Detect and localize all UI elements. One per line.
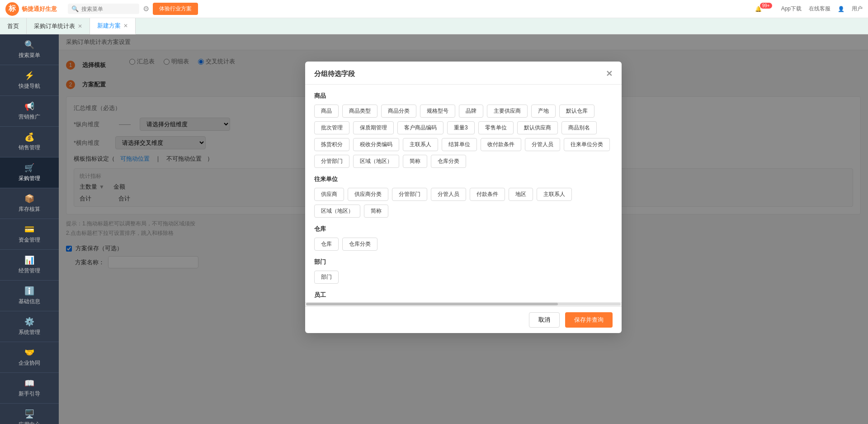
- hscrollbar-thumb[interactable]: [306, 303, 558, 305]
- sidebar-item-search[interactable]: 🔍 搜索菜单: [0, 34, 59, 65]
- section-dept-title: 部门: [314, 258, 613, 266]
- field-tag[interactable]: 规格型号: [420, 105, 455, 118]
- section-staff-title: 员工: [314, 291, 613, 299]
- field-tag[interactable]: 供应商: [314, 188, 344, 201]
- top-nav: 标 畅捷通好生意 🔍 ⚙ 体验行业方案 🔔99+ App下载 在线客服 👤 用户: [0, 0, 868, 18]
- tab-new-plan[interactable]: 新建方案 ✕: [90, 18, 136, 34]
- experience-btn[interactable]: 体验行业方案: [153, 3, 198, 15]
- field-tag[interactable]: 结算单位: [442, 138, 477, 151]
- field-tag[interactable]: 产地: [531, 105, 556, 118]
- finance-icon: 💳: [24, 224, 34, 234]
- sidebar-item-basics[interactable]: ℹ️ 基础信息: [0, 281, 59, 311]
- sidebar-item-sales[interactable]: 💰 销售管理: [0, 127, 59, 157]
- field-tag[interactable]: 税收分类编码: [353, 138, 399, 151]
- field-tag[interactable]: 往来单位分类: [564, 138, 610, 151]
- field-tag[interactable]: 默认供应商: [517, 121, 558, 134]
- field-tag[interactable]: 零售单位: [478, 121, 514, 134]
- field-tag[interactable]: 保质期管理: [353, 121, 394, 134]
- section-warehouse: 仓库 仓库 仓库分类: [314, 225, 613, 251]
- section-contacts-fields: 供应商 供应商分类 分管部门 分管人员 付款条件 地区 主联系人 区域（地区） …: [314, 188, 613, 218]
- notification-badge: 99+: [760, 3, 772, 9]
- section-dept: 部门 部门: [314, 258, 613, 284]
- sidebar-item-appcenter[interactable]: 🖥️ 应用中心: [0, 404, 59, 424]
- sidebar-item-quicknav[interactable]: ⚡ 快捷导航: [0, 65, 59, 96]
- field-tag[interactable]: 商品: [314, 105, 339, 118]
- field-tag[interactable]: 仓库: [314, 238, 339, 251]
- field-tag[interactable]: 简称: [403, 155, 427, 168]
- tab-bar: 首页 采购订单统计表 ✕ 新建方案 ✕: [0, 18, 868, 34]
- sidebar-item-system[interactable]: ⚙️ 系统管理: [0, 311, 59, 342]
- sidebar-guide-label: 新手引导: [19, 390, 40, 398]
- field-tag[interactable]: 重量3: [447, 121, 475, 134]
- nav-right: 🔔99+ App下载 在线客服 👤 用户: [755, 5, 863, 13]
- field-tag[interactable]: 批次管理: [314, 121, 349, 134]
- field-tag[interactable]: 区域（地区）: [353, 155, 399, 168]
- modal-hscrollbar: [305, 302, 622, 306]
- tab-new-plan-close[interactable]: ✕: [123, 23, 128, 29]
- sidebar-item-cooperation[interactable]: 🤝 企业协同: [0, 342, 59, 373]
- hscrollbar-track: [306, 303, 621, 305]
- gear-icon[interactable]: ⚙: [143, 5, 149, 13]
- section-product-fields: 商品 商品类型 商品分类 规格型号 品牌 主要供应商 产地 默认仓库 批次管理 …: [314, 105, 613, 168]
- tab-purchase-stats-label: 采购订单统计表: [34, 22, 75, 30]
- field-tag[interactable]: 拣货积分: [314, 138, 349, 151]
- field-tag[interactable]: 部门: [314, 271, 339, 284]
- logo-area: 标 畅捷通好生意: [5, 2, 64, 16]
- online-service-link[interactable]: 在线客服: [809, 5, 830, 13]
- sidebar-item-operations[interactable]: 📊 经营管理: [0, 250, 59, 281]
- modal-confirm-btn[interactable]: 保存并查询: [565, 312, 613, 328]
- field-tag[interactable]: 分管部门: [392, 188, 427, 201]
- field-tag[interactable]: 分管人员: [431, 188, 466, 201]
- sidebar-item-purchase[interactable]: 🛒 采购管理: [0, 157, 59, 188]
- sidebar-marketing-label: 营销推广: [19, 113, 40, 121]
- field-tag[interactable]: 商品类型: [342, 105, 377, 118]
- field-tag[interactable]: 主联系人: [537, 188, 572, 201]
- user-name: 用户: [852, 5, 863, 13]
- user-avatar[interactable]: 👤: [838, 6, 844, 12]
- field-tag[interactable]: 仓库分类: [342, 238, 377, 251]
- sidebar-item-guide[interactable]: 📖 新手引导: [0, 373, 59, 404]
- field-tag[interactable]: 商品别名: [561, 121, 597, 134]
- sidebar-operations-label: 经营管理: [19, 267, 40, 275]
- field-tag[interactable]: 默认仓库: [559, 105, 594, 118]
- notification-area[interactable]: 🔔99+: [755, 6, 774, 12]
- field-tag[interactable]: 区域（地区）: [314, 205, 360, 218]
- tab-purchase-stats-close[interactable]: ✕: [78, 23, 82, 29]
- field-tag[interactable]: 客户商品编码: [397, 121, 443, 134]
- search-bar[interactable]: 🔍: [68, 4, 139, 14]
- sidebar-inventory-label: 库存核算: [19, 205, 40, 213]
- modal-body: 商品 商品 商品类型 商品分类 规格型号 品牌 主要供应商 产地 默认仓库 批次…: [305, 85, 622, 302]
- sidebar-finance-label: 资金管理: [19, 236, 40, 244]
- search-input[interactable]: [81, 6, 136, 12]
- modal-close-btn[interactable]: ✕: [606, 69, 613, 79]
- field-tag[interactable]: 分管人员: [525, 138, 560, 151]
- field-tag[interactable]: 商品分类: [381, 105, 416, 118]
- field-tag[interactable]: 地区: [509, 188, 533, 201]
- field-tag[interactable]: 主联系人: [403, 138, 438, 151]
- field-tag[interactable]: 品牌: [459, 105, 483, 118]
- purchase-icon: 🛒: [24, 163, 34, 173]
- field-tag[interactable]: 收付款条件: [481, 138, 521, 151]
- field-tag[interactable]: 主要供应商: [487, 105, 528, 118]
- tab-purchase-stats[interactable]: 采购订单统计表 ✕: [27, 18, 90, 34]
- sidebar-quicknav-label: 快捷导航: [19, 82, 40, 90]
- app-download-link[interactable]: App下载: [781, 5, 802, 13]
- field-tag[interactable]: 简称: [364, 205, 388, 218]
- field-tag[interactable]: 供应商分类: [348, 188, 388, 201]
- tab-home[interactable]: 首页: [0, 18, 27, 34]
- section-dept-fields: 部门: [314, 271, 613, 284]
- sidebar-sales-label: 销售管理: [19, 144, 40, 152]
- sidebar-search-label: 搜索菜单: [19, 52, 40, 59]
- field-tag[interactable]: 付款条件: [470, 188, 505, 201]
- section-product: 商品 商品 商品类型 商品分类 规格型号 品牌 主要供应商 产地 默认仓库 批次…: [314, 92, 613, 168]
- inventory-icon: 📦: [24, 194, 34, 204]
- field-tag[interactable]: 分管部门: [314, 155, 349, 168]
- sales-icon: 💰: [24, 132, 34, 142]
- section-product-title: 商品: [314, 92, 613, 100]
- sidebar-item-finance[interactable]: 💳 资金管理: [0, 219, 59, 250]
- sidebar-item-inventory[interactable]: 📦 库存核算: [0, 188, 59, 219]
- sidebar-item-marketing[interactable]: 📢 营销推广: [0, 96, 59, 127]
- modal-footer: 取消 保存并查询: [305, 306, 622, 333]
- modal-cancel-btn[interactable]: 取消: [529, 312, 560, 328]
- field-tag[interactable]: 仓库分类: [431, 155, 466, 168]
